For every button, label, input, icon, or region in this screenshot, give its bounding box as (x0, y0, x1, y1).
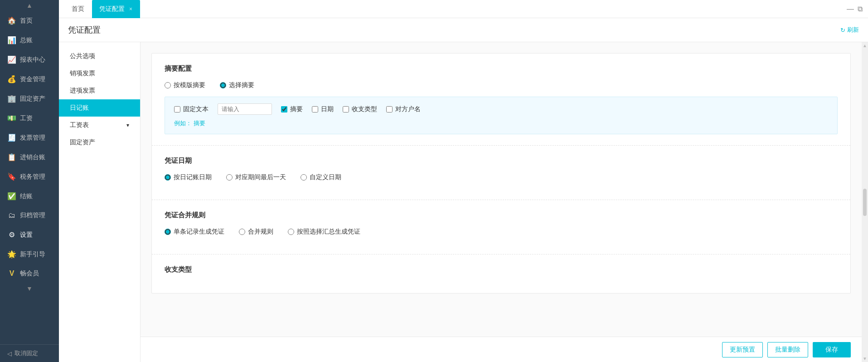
checkbox-summary[interactable]: 摘要 (281, 105, 303, 113)
sidebar-item-home[interactable]: 🏠 首页 (0, 11, 59, 30)
nav-item-salary[interactable]: 工资表 ▾ (59, 117, 140, 134)
assets-icon: 🏢 (7, 94, 16, 103)
checkbox-summary-input[interactable] (281, 106, 287, 113)
bottom-bar: 更新预置 批量删除 保存 (141, 337, 862, 362)
scroll-down-arrow[interactable]: ▼ (863, 356, 867, 361)
voucher-date-block: 凭证日期 按日记账日期 对应期间最后一天 (152, 146, 850, 200)
checkbox-row: 固定文本 摘要 日期 (174, 103, 828, 115)
sidebar-scroll-down[interactable]: ▼ (0, 283, 59, 294)
merge-radio3[interactable]: 按照选择汇总生成凭证 (288, 228, 360, 236)
merge-radio2[interactable]: 合并规则 (239, 228, 273, 236)
checkbox-fixed-text-input[interactable] (174, 106, 180, 113)
nav-item-purchase[interactable]: 进项发票 (59, 82, 140, 99)
save-button[interactable]: 保存 (813, 342, 851, 357)
tax-icon: 🔖 (7, 172, 16, 181)
scroll-up-arrow[interactable]: ▲ (863, 43, 867, 48)
checkbox-date[interactable]: 日期 (312, 105, 334, 113)
voucher-date-title: 凭证日期 (165, 157, 838, 165)
sidebar-item-archive[interactable]: 🗂 归档管理 (0, 206, 59, 225)
summary-radio-template[interactable]: 按模版摘要 (165, 81, 205, 89)
example-text: 例如： 摘要 (174, 119, 828, 127)
sidebar-item-assets[interactable]: 🏢 固定资产 (0, 89, 59, 108)
sidebar-item-member[interactable]: V 畅会员 (0, 264, 59, 283)
checkout-icon: ✅ (7, 192, 16, 201)
tab-home[interactable]: 首页 (64, 0, 92, 18)
sidebar-unpin-button[interactable]: ◁ 取消固定 (0, 344, 59, 362)
sidebar-scroll-up[interactable]: ▲ (0, 0, 59, 11)
scroll-indicator: ▲ ▼ (862, 42, 868, 362)
window-minimize-button[interactable]: — (847, 5, 854, 13)
nav-item-sales[interactable]: 销项发票 (59, 65, 140, 82)
sidebar-item-ledger[interactable]: 📊 总账 (0, 30, 59, 50)
summary-radio-template-input[interactable] (165, 82, 171, 88)
scroll-thumb[interactable] (863, 189, 867, 216)
refresh-button[interactable]: ↻ 刷新 (840, 26, 859, 34)
voucher-date-radio2[interactable]: 对应期间最后一天 (226, 173, 286, 181)
merge-rules-block: 凭证合并规则 单条记录生成凭证 合并规则 (152, 200, 850, 254)
summary-radio-select-input[interactable] (220, 82, 226, 88)
tab-voucher-config[interactable]: 凭证配置 × (92, 0, 140, 18)
pin-icon: ◁ (7, 350, 12, 357)
guide-icon: 🌟 (7, 250, 16, 259)
sidebar-item-reports[interactable]: 📈 报表中心 (0, 50, 59, 69)
tab-close-icon[interactable]: × (129, 6, 132, 12)
page-header: 凭证配置 ↻ 刷新 (59, 18, 868, 42)
voucher-date-radio2-input[interactable] (226, 174, 233, 181)
checkbox-fixed-text[interactable]: 固定文本 (174, 105, 209, 113)
sidebar-item-guide[interactable]: 🌟 新手引导 (0, 245, 59, 264)
chevron-down-icon: ▾ (126, 122, 129, 128)
sidebar-item-funds[interactable]: 💰 资金管理 (0, 69, 59, 89)
checkbox-income-type-input[interactable] (343, 106, 349, 113)
settings-icon: ⚙ (7, 230, 16, 239)
summary-radio-select[interactable]: 选择摘要 (220, 81, 254, 89)
checkbox-income-type[interactable]: 收支类型 (343, 105, 377, 113)
member-icon: V (7, 269, 16, 278)
reports-icon: 📈 (7, 55, 16, 64)
merge-radio2-input[interactable] (239, 229, 245, 235)
merge-rules-radio-group: 单条记录生成凭证 合并规则 按照选择汇总生成凭证 (165, 228, 838, 236)
voucher-date-radio1[interactable]: 按日记账日期 (165, 173, 212, 181)
voucher-date-radio1-input[interactable] (165, 174, 171, 181)
checkbox-date-input[interactable] (312, 106, 318, 113)
tab-bar: 首页 凭证配置 × — ⧉ (59, 0, 868, 18)
merge-radio3-input[interactable] (288, 229, 294, 235)
fixed-text-input[interactable] (218, 103, 272, 115)
income-type-title: 收支类型 (165, 265, 838, 274)
main-area: 首页 凭证配置 × — ⧉ 凭证配置 ↻ 刷新 公共选项 销项发票 进 (59, 0, 868, 362)
window-controls: — ⧉ (847, 5, 863, 13)
income-type-block: 收支类型 (152, 254, 850, 293)
voucher-date-radio3-input[interactable] (301, 174, 307, 181)
home-icon: 🏠 (7, 16, 16, 25)
archive-icon: 🗂 (7, 211, 16, 220)
sidebar-item-ledger2[interactable]: 📋 进销台账 (0, 147, 59, 167)
funds-icon: 💰 (7, 75, 16, 83)
sidebar-item-invoice[interactable]: 🧾 发票管理 (0, 128, 59, 147)
content-layout: 公共选项 销项发票 进项发票 日记账 工资表 ▾ 固定资产 (59, 42, 868, 362)
invoice-icon: 🧾 (7, 133, 16, 142)
sidebar-item-checkout[interactable]: ✅ 结账 (0, 186, 59, 206)
update-preview-button[interactable]: 更新预置 (722, 342, 763, 357)
checkbox-counterparty-input[interactable] (386, 106, 393, 113)
salary-icon: 💵 (7, 114, 16, 122)
checkbox-counterparty[interactable]: 对方户名 (386, 105, 421, 113)
ledger-icon: 📊 (7, 36, 16, 44)
voucher-date-radio3[interactable]: 自定义日期 (301, 173, 341, 181)
sidebar-item-tax[interactable]: 🔖 税务管理 (0, 167, 59, 186)
merge-rules-title: 凭证合并规则 (165, 211, 838, 220)
voucher-date-radio-group: 按日记账日期 对应期间最后一天 自定义日期 (165, 173, 838, 181)
config-section: 摘要配置 按模版摘要 选择摘要 (151, 53, 851, 294)
nav-item-assets[interactable]: 固定资产 (59, 134, 140, 151)
nav-item-public[interactable]: 公共选项 (59, 48, 140, 65)
sidebar: ▲ 🏠 首页 📊 总账 📈 报表中心 💰 资金管理 🏢 固定资产 💵 工资 🧾 … (0, 0, 59, 362)
window-restore-button[interactable]: ⧉ (858, 5, 863, 13)
nav-item-journal[interactable]: 日记账 (59, 99, 140, 117)
ledger2-icon: 📋 (7, 153, 16, 161)
summary-section-title: 摘要配置 (165, 64, 838, 73)
sidebar-item-salary[interactable]: 💵 工资 (0, 108, 59, 128)
sidebar-item-settings[interactable]: ⚙ 设置 (0, 225, 59, 245)
checkbox-config-area: 固定文本 摘要 日期 (165, 97, 838, 134)
merge-radio1-input[interactable] (165, 229, 171, 235)
batch-delete-button[interactable]: 批量删除 (767, 342, 808, 357)
right-content: 摘要配置 按模版摘要 选择摘要 (141, 42, 862, 337)
merge-radio1[interactable]: 单条记录生成凭证 (165, 228, 224, 236)
